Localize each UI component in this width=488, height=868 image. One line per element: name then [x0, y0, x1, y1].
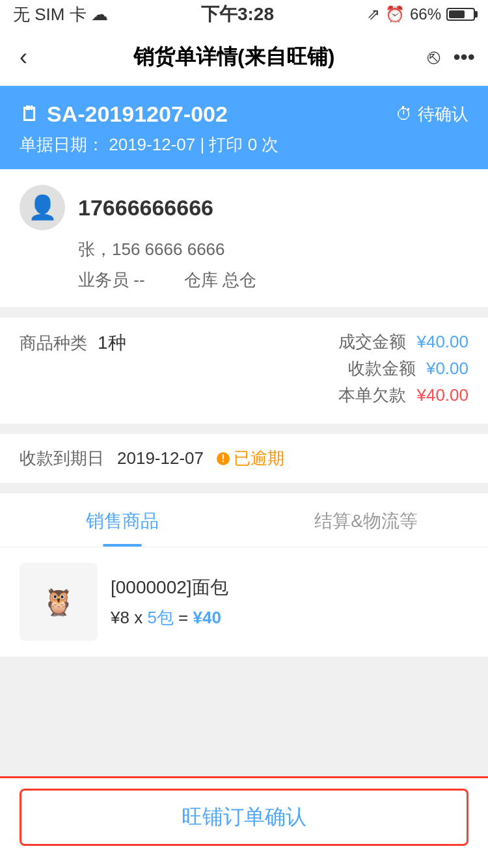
salesperson-field: 业务员 --	[78, 269, 145, 292]
battery-percent: 66%	[410, 5, 441, 23]
status-right: ⇗ ⏰ 66%	[367, 5, 475, 23]
nav-bar: ‹ 销货单详情(来自旺铺) ⎋ •••	[0, 29, 488, 86]
equals-sign: =	[178, 608, 193, 627]
product-type-field: 商品种类 1种	[20, 331, 126, 355]
order-icon: 🗒	[20, 103, 39, 126]
deal-amount-value: ¥40.00	[416, 332, 468, 352]
overdue-icon: !	[217, 452, 230, 465]
tabs-row: 销售商品 结算&物流等	[0, 493, 488, 547]
due-section: 收款到期日 2019-12-07 ! 已逾期	[0, 434, 488, 483]
salesperson-value: --	[133, 270, 144, 290]
back-button[interactable]: ‹	[13, 37, 40, 77]
tabs-section: 销售商品 结算&物流等 🦉 [0000002]面包 ¥8 x 5包 = ¥40	[0, 493, 488, 657]
battery-icon	[446, 8, 475, 21]
location-icon: ⇗	[367, 5, 380, 23]
overdue-badge: ! 已逾期	[217, 447, 284, 470]
balance-row: 本单欠款 ¥40.00	[338, 384, 468, 407]
order-header: 🗒 SA-20191207-002 ⏱ 待确认 单据日期： 2019-12-07…	[0, 86, 488, 169]
order-date: 2019-12-07	[109, 135, 195, 154]
price-value: ¥8	[111, 608, 129, 627]
date-label: 单据日期：	[20, 135, 104, 154]
product-qty: 5包	[147, 608, 173, 627]
product-thumbnail: 🦉	[20, 563, 98, 641]
product-type-value: 1种	[98, 331, 126, 355]
bottom-button-area: 旺铺订单确认	[0, 776, 488, 868]
product-logo: 🦉	[42, 587, 75, 617]
status-left: 无 SIM 卡 ☁	[13, 3, 108, 26]
page-title: 销货单详情(来自旺铺)	[40, 43, 427, 72]
product-type-label: 商品种类	[20, 332, 87, 355]
no-sim-label: 无 SIM 卡 ☁	[13, 3, 108, 26]
tab-settlement[interactable]: 结算&物流等	[244, 493, 488, 547]
customer-name: 张，156 6666 6666	[20, 238, 468, 261]
more-button[interactable]: •••	[453, 45, 475, 69]
status-time: 下午3:28	[201, 2, 274, 27]
warehouse-label: 仓库	[184, 270, 218, 290]
customer-row: 👤 17666666666	[20, 185, 468, 230]
balance-label: 本单欠款	[338, 384, 406, 407]
summary-section: 商品种类 1种 成交金额 ¥40.00 收款金额 ¥0.00 本单欠款 ¥40.…	[0, 318, 488, 424]
multiply-sign: x	[134, 608, 142, 627]
alarm-icon: ⏰	[385, 5, 405, 23]
due-label: 收款到期日	[20, 447, 104, 470]
customer-phone: 17666666666	[78, 195, 213, 221]
amounts: 成交金额 ¥40.00 收款金额 ¥0.00 本单欠款 ¥40.00	[338, 331, 468, 411]
order-id-text: SA-20191207-002	[47, 102, 228, 127]
customer-section: 👤 17666666666 张，156 6666 6666 业务员 -- 仓库 …	[0, 169, 488, 307]
order-id: 🗒 SA-20191207-002	[20, 102, 228, 127]
summary-grid: 商品种类 1种 成交金额 ¥40.00 收款金额 ¥0.00 本单欠款 ¥40.…	[20, 331, 468, 411]
salesperson-label: 业务员	[78, 270, 129, 290]
product-item: 🦉 [0000002]面包 ¥8 x 5包 = ¥40	[0, 547, 488, 657]
status-bar: 无 SIM 卡 ☁ 下午3:28 ⇗ ⏰ 66%	[0, 0, 488, 29]
order-date-row: 单据日期： 2019-12-07 | 打印 0 次	[20, 133, 468, 156]
customer-meta: 业务员 -- 仓库 总仓	[20, 269, 468, 292]
payment-value: ¥0.00	[426, 359, 468, 379]
product-price: ¥8 x 5包 = ¥40	[111, 606, 468, 629]
warehouse-value: 总仓	[223, 270, 256, 290]
tab-label-sales: 销售商品	[86, 511, 159, 531]
product-total: ¥40	[193, 608, 221, 627]
tab-label-settlement: 结算&物流等	[314, 511, 418, 531]
product-name: [0000002]面包	[111, 575, 468, 600]
deal-amount-label: 成交金额	[338, 331, 406, 353]
confirm-order-button[interactable]: 旺铺订单确认	[20, 789, 468, 846]
tab-sales-products[interactable]: 销售商品	[0, 493, 244, 547]
product-info: [0000002]面包 ¥8 x 5包 = ¥40	[111, 575, 468, 629]
product-list: 🦉 [0000002]面包 ¥8 x 5包 = ¥40	[0, 547, 488, 657]
due-date: 2019-12-07	[117, 448, 204, 468]
clock-icon: ⏱	[396, 104, 413, 124]
payment-label: 收款金额	[348, 357, 416, 380]
avatar-icon: 👤	[28, 194, 57, 221]
nav-actions: ⎋ •••	[427, 45, 475, 69]
print-info: | 打印 0 次	[200, 135, 278, 154]
order-id-row: 🗒 SA-20191207-002 ⏱ 待确认	[20, 102, 468, 127]
overdue-text: 已逾期	[234, 447, 284, 470]
warehouse-field: 仓库 总仓	[184, 269, 256, 292]
status-text: 待确认	[418, 103, 468, 126]
deal-amount-row: 成交金额 ¥40.00	[338, 331, 468, 353]
balance-value: ¥40.00	[416, 385, 468, 405]
payment-row: 收款金额 ¥0.00	[338, 357, 468, 380]
order-status: ⏱ 待确认	[396, 103, 468, 126]
avatar: 👤	[20, 185, 65, 230]
share-button[interactable]: ⎋	[427, 45, 440, 69]
